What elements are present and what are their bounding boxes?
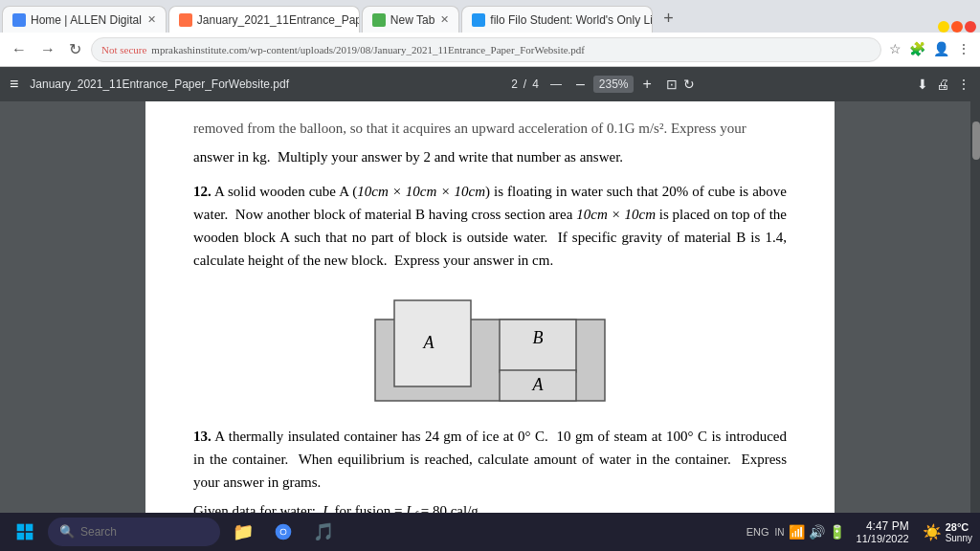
pdf-scrollbar-thumb[interactable] bbox=[972, 121, 980, 160]
tab-pdf[interactable]: January_2021_11Entrance_Paper... ✕ bbox=[168, 6, 360, 33]
tab-bar: Home | ALLEN Digital ✕ January_2021_11En… bbox=[0, 0, 980, 33]
taskbar-language: ENG bbox=[746, 526, 769, 538]
profile-icon[interactable]: 👤 bbox=[931, 39, 951, 59]
taskbar-date: 11/19/2022 bbox=[857, 533, 909, 544]
pdf-toolbar-right: ⬇ 🖨 ⋮ bbox=[917, 77, 970, 92]
weather-desc: Sunny bbox=[946, 533, 972, 543]
pdf-print-button[interactable]: 🖨 bbox=[936, 77, 949, 92]
not-secure-label: Not secure bbox=[101, 44, 146, 55]
cutoff-line: removed from the balloon, so that it acq… bbox=[193, 121, 787, 138]
pdf-zoom-value: 235% bbox=[593, 76, 635, 93]
reload-button[interactable]: ↻ bbox=[65, 38, 85, 60]
close-button[interactable] bbox=[965, 21, 976, 33]
question-13: 13. A thermally insulated container has … bbox=[193, 425, 787, 494]
taskbar-search-icon: 🔍 bbox=[59, 524, 75, 540]
restore-button[interactable] bbox=[951, 21, 963, 33]
answer-line: answer in kg. Multiply your answer by 2 … bbox=[193, 145, 787, 168]
pdf-menu-icon[interactable]: ≡ bbox=[10, 76, 18, 93]
taskbar-search-input[interactable] bbox=[80, 525, 209, 539]
pdf-fit-icon[interactable]: ⊡ bbox=[666, 77, 678, 92]
q13-number: 13. bbox=[193, 429, 212, 444]
extension-icon[interactable]: 🧩 bbox=[907, 39, 927, 59]
taskbar-tray: ENG IN 📶 🔊 🔋 bbox=[746, 524, 845, 540]
tab-favicon-newtab bbox=[372, 13, 386, 27]
address-text: mprakashinstitute.com/wp-content/uploads… bbox=[151, 44, 585, 55]
weather-temp: 28°C bbox=[946, 521, 972, 533]
taskbar-clock: 4:47 PM 11/19/2022 bbox=[857, 519, 909, 544]
new-tab-button[interactable]: + bbox=[657, 7, 679, 31]
svg-rect-7 bbox=[26, 533, 33, 540]
question-12: 12. A solid wooden cube A (10cm × 10cm ×… bbox=[193, 180, 787, 272]
pdf-rotate-icon[interactable]: ↻ bbox=[683, 77, 695, 92]
q12-number: 12. bbox=[193, 184, 212, 199]
tab-newtab[interactable]: New Tab ✕ bbox=[362, 6, 459, 33]
chrome-icon bbox=[274, 522, 293, 541]
tab-label-allen: Home | ALLEN Digital bbox=[31, 13, 142, 27]
diagram-label-b: B bbox=[533, 328, 544, 347]
diagram-container: A B A bbox=[193, 291, 787, 406]
file-explorer-icon: 📁 bbox=[233, 521, 254, 542]
windows-icon bbox=[15, 522, 34, 541]
bookmark-icon[interactable]: ☆ bbox=[887, 39, 903, 59]
pdf-content-area: removed from the balloon, so that it acq… bbox=[0, 101, 980, 551]
pdf-more-button[interactable]: ⋮ bbox=[957, 77, 970, 92]
tab-close-allen[interactable]: ✕ bbox=[147, 13, 156, 26]
more-options-icon[interactable]: ⋮ bbox=[955, 39, 972, 59]
block-diagram: A B A bbox=[366, 291, 614, 406]
svg-point-10 bbox=[281, 530, 286, 535]
back-button[interactable]: ← bbox=[8, 39, 31, 60]
tab-label-pdf: January_2021_11Entrance_Paper... bbox=[197, 13, 360, 27]
volume-icon[interactable]: 🔊 bbox=[809, 524, 825, 540]
tab-favicon-allen bbox=[12, 13, 26, 27]
pdf-page-separator: / bbox=[523, 77, 526, 91]
pdf-page: removed from the balloon, so that it acq… bbox=[145, 101, 835, 551]
taskbar-app3-icon: 🎵 bbox=[313, 521, 334, 542]
tab-label-newtab: New Tab bbox=[390, 13, 434, 27]
pdf-download-button[interactable]: ⬇ bbox=[917, 77, 928, 92]
pdf-zoom-in-button[interactable]: + bbox=[639, 76, 654, 93]
tab-close-newtab[interactable]: ✕ bbox=[440, 13, 449, 26]
address-field[interactable]: Not secure mprakashinstitute.com/wp-cont… bbox=[91, 37, 881, 62]
taskbar: 🔍 📁 🎵 ENG IN 📶 🔊 🔋 4:47 PM 11/19/2022 ☀️… bbox=[0, 513, 980, 551]
tab-favicon-filo bbox=[472, 13, 485, 27]
diagram-svg: A B A bbox=[366, 291, 614, 406]
taskbar-chrome[interactable] bbox=[266, 515, 301, 549]
pdf-zoom-out-button[interactable]: – bbox=[573, 76, 588, 93]
diagram-label-a-above: A bbox=[423, 333, 435, 352]
battery-icon[interactable]: 🔋 bbox=[829, 524, 845, 540]
pdf-dash: — bbox=[550, 77, 562, 91]
svg-rect-6 bbox=[17, 533, 25, 540]
taskbar-app3[interactable]: 🎵 bbox=[306, 515, 341, 549]
pdf-title: January_2021_11Entrance_Paper_ForWebsite… bbox=[30, 77, 289, 91]
tab-allen[interactable]: Home | ALLEN Digital ✕ bbox=[2, 6, 167, 33]
svg-rect-5 bbox=[26, 524, 33, 532]
pdf-scrollbar[interactable] bbox=[970, 101, 980, 551]
forward-button[interactable]: → bbox=[36, 39, 59, 60]
weather-icon: ☀️ bbox=[923, 523, 942, 541]
tab-favicon-pdf bbox=[179, 13, 192, 27]
tab-filo[interactable]: filo Filo Student: World's Only Live... … bbox=[461, 6, 653, 33]
pdf-toolbar: ≡ January_2021_11Entrance_Paper_ForWebsi… bbox=[0, 67, 980, 101]
address-bar: ← → ↻ Not secure mprakashinstitute.com/w… bbox=[0, 33, 980, 67]
taskbar-file-explorer[interactable]: 📁 bbox=[226, 515, 260, 549]
tab-label-filo: filo Filo Student: World's Only Live... bbox=[490, 13, 653, 27]
diagram-label-a-sub: A bbox=[532, 375, 545, 394]
browser-toolbar-icons: ☆ 🧩 👤 ⋮ bbox=[887, 39, 972, 59]
pdf-page-controls: 2 / 4 — – 235% + ⊡ ↻ bbox=[511, 76, 695, 93]
taskbar-search-bar[interactable]: 🔍 bbox=[48, 518, 220, 546]
pdf-page-current: 2 bbox=[511, 77, 518, 91]
taskbar-time: 4:47 PM bbox=[857, 519, 909, 533]
pdf-page-total: 4 bbox=[532, 77, 539, 91]
taskbar-region: IN bbox=[775, 527, 785, 538]
taskbar-weather: ☀️ 28°C Sunny bbox=[923, 521, 972, 543]
wifi-icon[interactable]: 📶 bbox=[789, 524, 805, 540]
start-button[interactable] bbox=[8, 515, 42, 549]
svg-rect-4 bbox=[17, 524, 25, 532]
minimize-button[interactable] bbox=[938, 21, 949, 33]
